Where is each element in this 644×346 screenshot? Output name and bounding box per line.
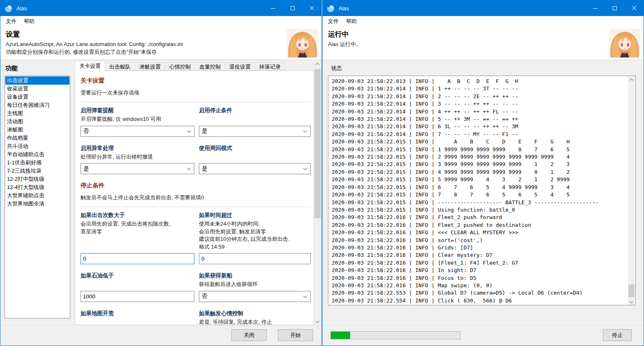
form-field: 如果时间超过使用未来24小时内的时间, 会沿用先前设置, 触发后清零. 建议提前… bbox=[199, 211, 311, 264]
chevron-down-icon bbox=[187, 129, 191, 133]
scroll-up-icon[interactable] bbox=[314, 61, 321, 68]
log-line: 2020-09-03 21:58:22.016 | INFO | Grids: … bbox=[332, 244, 635, 251]
form-field: 启用异常处理处理部分异常, 运行出错时撤退是 bbox=[81, 144, 194, 175]
sidebar-item[interactable]: 活动图 bbox=[5, 118, 69, 126]
maximize-icon bbox=[613, 6, 617, 10]
close-icon bbox=[309, 6, 314, 11]
dropdown[interactable]: 是 bbox=[81, 163, 194, 174]
log-line: 2020-09-03 21:58:22.016 | INFO | Clear m… bbox=[332, 251, 635, 259]
close-button[interactable]: 关闭 bbox=[231, 329, 267, 341]
close-window-button[interactable] bbox=[302, 0, 321, 16]
field-label: 如果石油低于 bbox=[81, 272, 194, 279]
menu-help[interactable]: 帮助 bbox=[342, 16, 360, 26]
window-title: Alas bbox=[16, 5, 27, 12]
scroll-down-icon[interactable] bbox=[314, 318, 321, 325]
function-listbox[interactable]: 出击设置收菜设置设备设置每日任务困难演习主线图活动图潜艇图作战档案共斗活动半自动… bbox=[5, 76, 70, 318]
settings-scrollbar[interactable] bbox=[314, 61, 321, 325]
maximize-button[interactable] bbox=[605, 0, 624, 16]
sidebar-item[interactable]: 7-2三战拣垃圾 bbox=[5, 167, 69, 175]
field-description: 若是, 等待回复, 完成本次, 停止 bbox=[199, 318, 311, 325]
form-field: 如果石油低于1000 bbox=[81, 272, 194, 302]
log-line: 2020-09-03 21:58:22.015 | INFO | 7 8 7 6… bbox=[332, 191, 635, 198]
log-line: 2020-09-03 21:58:22.013 | INFO | A B C D… bbox=[332, 78, 635, 85]
minimize-icon bbox=[271, 8, 275, 9]
scroll-down-icon[interactable] bbox=[628, 298, 635, 305]
header-description-2: 功能都是分别保存和运行的, 修改设置后别忘了点击"开始"来保存 bbox=[6, 48, 321, 56]
header-description-1: Alas 运行中。 bbox=[328, 40, 644, 48]
log-line: 2020-09-03 21:58:22.553 | INFO | Global … bbox=[332, 289, 635, 297]
sidebar-item[interactable]: 共斗活动 bbox=[5, 142, 69, 150]
form-field: 如果获得新船获得新船后进入收获循环否 bbox=[199, 272, 311, 302]
field-label: 如果时间超过 bbox=[199, 211, 311, 219]
avatar bbox=[609, 29, 640, 58]
dropdown[interactable]: 否 bbox=[81, 126, 194, 137]
divider bbox=[81, 102, 310, 102]
sidebar-item[interactable]: 大世界地图全清 bbox=[5, 200, 69, 208]
sidebar-item[interactable]: 1-1伏击刷好感 bbox=[5, 159, 69, 167]
sidebar-item[interactable]: 12-4打大型练级 bbox=[5, 183, 69, 191]
menu-file[interactable]: 文件 bbox=[2, 16, 20, 26]
section-description: 触发后不会马上停止会先完成当前出击, 不需要就填0 bbox=[81, 194, 310, 201]
sidebar-item[interactable]: 主线图 bbox=[5, 109, 69, 118]
menubar: 文件 帮助 bbox=[323, 16, 644, 26]
app-logo-icon bbox=[326, 4, 335, 13]
header: 设置 AzurLaneAutoScript, An Azur Lane auto… bbox=[0, 26, 321, 60]
maximize-icon bbox=[291, 6, 295, 10]
dropdown[interactable]: 否 bbox=[199, 291, 311, 302]
sidebar-item[interactable]: 设备设置 bbox=[5, 93, 69, 101]
log-line: 2020-09-03 21:58:22.015 | INFO | 3 9999 … bbox=[332, 161, 635, 168]
close-window-button[interactable] bbox=[624, 0, 644, 16]
dropdown-value: 是 bbox=[83, 165, 89, 173]
sidebar-item[interactable]: 每日任务困难演习 bbox=[5, 101, 69, 109]
log-line: 2020-09-03 21:58:22.014 | INFO | 5 -- ++… bbox=[332, 115, 635, 123]
settings-tab-strip: 关卡设置出击舰队潜艇设置心情控制血量控制退役设置掉落记录 bbox=[75, 61, 285, 71]
runner-window: Alas 文件 帮助 运行中 Alas 运行中。 bbox=[322, 0, 644, 346]
form-row: 如果石油低于1000如果获得新船获得新船后进入收获循环否 bbox=[81, 272, 310, 302]
tab[interactable]: 血量控制 bbox=[195, 62, 225, 71]
form-field: 如果触发心情控制若是, 等待回复, 完成本次, 停止 bbox=[199, 309, 311, 325]
tab[interactable]: 潜艇设置 bbox=[135, 62, 165, 71]
sidebar-item[interactable]: 半自动辅助点击 bbox=[5, 150, 69, 159]
start-button[interactable]: 开始 bbox=[278, 329, 313, 341]
section-description: 需要运行一次来保存选项 bbox=[81, 89, 310, 97]
form-row: 如果地图开荒如果触发心情控制若是, 等待回复, 完成本次, 停止 bbox=[81, 309, 310, 325]
sidebar-item[interactable]: 潜艇图 bbox=[5, 126, 69, 134]
tab[interactable]: 出击舰队 bbox=[105, 62, 135, 71]
field-description: 使用未来24小时内的时间, 会沿用先前设置, 触发后清零. 建议提前10分钟左右… bbox=[199, 220, 311, 251]
log-scrollbar[interactable] bbox=[628, 76, 635, 305]
log-line: 2020-09-03 21:58:22.016 | INFO | Focus t… bbox=[332, 274, 635, 282]
chevron-down-icon bbox=[187, 166, 191, 170]
menu-file[interactable]: 文件 bbox=[324, 16, 342, 26]
tab[interactable]: 退役设置 bbox=[225, 62, 255, 71]
log-line: 2020-09-03 21:58:22.015 | INFO | 4 9999 … bbox=[332, 168, 635, 176]
stop-button[interactable]: 停止 bbox=[603, 329, 632, 341]
scrollbar-thumb[interactable] bbox=[628, 284, 635, 297]
dropdown[interactable]: 是 bbox=[199, 163, 311, 174]
field-label: 如果获得新船 bbox=[199, 272, 311, 279]
app-logo-icon bbox=[4, 4, 13, 13]
maximize-button[interactable] bbox=[283, 0, 302, 16]
menu-help[interactable]: 帮助 bbox=[20, 16, 38, 26]
scrollbar-thumb[interactable] bbox=[314, 69, 321, 218]
minimize-button[interactable] bbox=[586, 0, 605, 16]
tab[interactable]: 心情控制 bbox=[165, 62, 195, 71]
text-input[interactable]: 0 bbox=[81, 253, 194, 264]
form-field: 使用周回模式是 bbox=[199, 144, 311, 175]
sidebar-item[interactable]: 12-2打中型练级 bbox=[5, 175, 69, 183]
tab[interactable]: 掉落记录 bbox=[255, 62, 285, 71]
sidebar-item[interactable]: 收菜设置 bbox=[5, 85, 69, 93]
text-input[interactable]: 0 bbox=[199, 253, 311, 264]
tab[interactable]: 关卡设置 bbox=[75, 61, 105, 71]
minimize-button[interactable] bbox=[263, 0, 283, 16]
text-input[interactable]: 1000 bbox=[81, 291, 194, 302]
scroll-up-icon[interactable] bbox=[628, 76, 635, 83]
sidebar-item[interactable]: 大世界辅助点击 bbox=[5, 191, 69, 200]
sidebar-item[interactable]: 出击设置 bbox=[5, 76, 69, 85]
log-line: 2020-09-03 21:58:22.016 | INFO | <<< CLE… bbox=[332, 229, 635, 236]
log-line: 2020-09-03 21:58:22.015 | INFO | 6 7 6 5… bbox=[332, 184, 635, 191]
sidebar-item[interactable]: 作战档案 bbox=[5, 134, 69, 142]
dropdown[interactable]: 是 bbox=[199, 126, 311, 137]
log-line: 2020-09-03 21:58:22.015 | INFO | -------… bbox=[332, 199, 635, 206]
settings-form: 关卡设置需要运行一次来保存选项启用弹窗提醒开启弹窗提醒, 仅 windows10… bbox=[75, 77, 314, 325]
log-line: 2020-09-03 21:58:22.015 | INFO | Using f… bbox=[332, 206, 635, 214]
